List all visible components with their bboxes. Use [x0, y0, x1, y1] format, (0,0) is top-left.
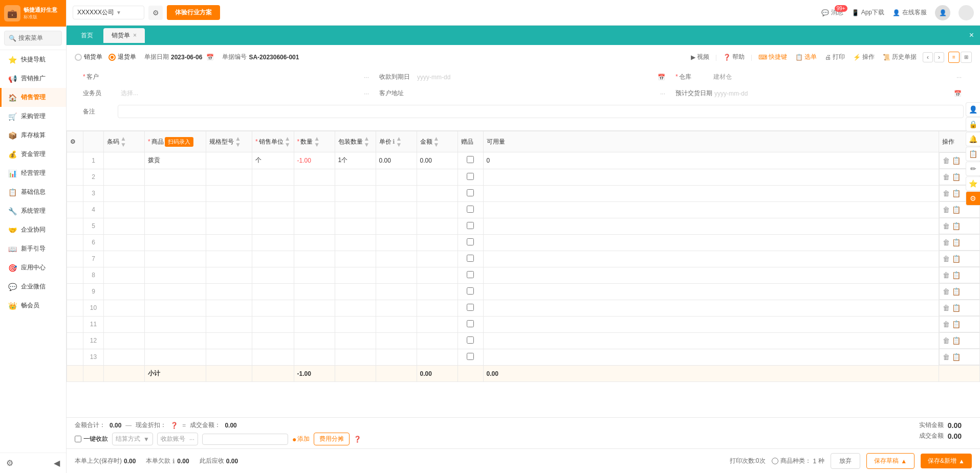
add-payment-button[interactable]: ● 添加	[292, 435, 310, 443]
gift-checkbox-7[interactable]	[467, 255, 474, 262]
payment-due-calendar-icon[interactable]: 📅	[658, 74, 665, 81]
expected-date-input[interactable]: yyyy-mm-dd 📅	[712, 89, 964, 98]
payment-due-input[interactable]: yyyy-mm-dd 📅	[415, 73, 667, 82]
debt-info-icon[interactable]: ℹ	[172, 458, 175, 465]
date-calendar-icon[interactable]: 📅	[206, 54, 214, 61]
copy-row-icon-4[interactable]: 📋	[952, 206, 961, 214]
history-button[interactable]: 📜 历史单据	[881, 51, 919, 63]
salesperson-dots-icon[interactable]: ···	[364, 90, 369, 97]
app-download-button[interactable]: 📱 App下载	[852, 8, 884, 17]
gift-checkbox-1[interactable]	[467, 156, 474, 163]
delete-row-icon-12[interactable]: 🗑	[943, 336, 950, 345]
copy-row-icon-12[interactable]: 📋	[952, 336, 961, 345]
gift-checkbox-9[interactable]	[467, 287, 474, 295]
user-avatar[interactable]: 👤	[935, 5, 950, 20]
float-btn-lock[interactable]: 🔒	[966, 117, 980, 131]
customer-input[interactable]: ···	[119, 73, 371, 82]
operate-button[interactable]: ⚡ 操作	[851, 51, 877, 63]
copy-row-icon-7[interactable]: 📋	[952, 255, 961, 263]
gift-checkbox-13[interactable]	[467, 353, 474, 360]
sidebar-item-sales[interactable]: 🏠 销售管理	[0, 88, 66, 107]
float-btn-user[interactable]: 👤	[966, 102, 980, 117]
gift-checkbox-3[interactable]	[467, 189, 474, 196]
sidebar-item-quick-nav[interactable]: ⭐ 快捷导航	[0, 50, 66, 69]
account-select[interactable]: 收款账号 ···	[157, 433, 198, 445]
amount-input[interactable]	[202, 434, 288, 445]
settings-gear-icon[interactable]: ⚙	[6, 458, 13, 468]
one-click-pay-check[interactable]	[75, 436, 81, 442]
copy-row-icon-5[interactable]: 📋	[952, 222, 961, 230]
list-view-button[interactable]: ≡	[948, 52, 960, 63]
company-selector[interactable]: XXXXXX公司 ▼	[73, 6, 144, 19]
sidebar-item-wechat[interactable]: 💬 企业微信	[0, 277, 66, 296]
copy-row-icon-13[interactable]: 📋	[952, 353, 961, 361]
calc-method-select[interactable]: 结算方式 ▼	[112, 433, 153, 445]
remark-input[interactable]	[118, 105, 964, 118]
delete-row-icon-8[interactable]: 🗑	[943, 271, 950, 279]
tab-close-icon[interactable]: ×	[133, 32, 137, 39]
warehouse-input[interactable]: 建材仓 ···	[711, 72, 964, 82]
scan-button[interactable]: 扫码录入	[165, 137, 193, 147]
tab-sales-order[interactable]: 销货单 ×	[103, 28, 145, 43]
warehouse-dots-icon[interactable]: ···	[956, 74, 962, 81]
collapse-arrow-icon[interactable]: ◀	[54, 458, 60, 468]
price-info-icon[interactable]: ℹ	[393, 138, 395, 145]
copy-row-icon-10[interactable]: 📋	[952, 304, 961, 312]
copy-row-icon-8[interactable]: 📋	[952, 271, 961, 279]
sidebar-item-guide[interactable]: 📖 新手引导	[0, 239, 66, 258]
video-help-button[interactable]: ▶ 视频	[689, 51, 711, 63]
save-new-button[interactable]: 保存&新增 ▲	[921, 454, 972, 468]
sidebar-item-basic-info[interactable]: 📋 基础信息	[0, 183, 66, 201]
float-btn-settings[interactable]: ⚙	[966, 191, 980, 206]
product-type-radio[interactable]	[772, 458, 778, 464]
sidebar-item-business[interactable]: 📊 经营管理	[0, 164, 66, 183]
tab-home[interactable]: 首页	[73, 28, 101, 43]
copy-row-icon-2[interactable]: 📋	[952, 173, 961, 181]
float-btn-bell[interactable]: 🔔	[966, 132, 980, 146]
next-record-button[interactable]: ›	[934, 52, 944, 62]
settings-col-icon[interactable]: ⚙	[70, 138, 76, 145]
shortcut-button[interactable]: ⌨ 快捷键	[756, 51, 789, 63]
copy-row-icon-9[interactable]: 📋	[952, 287, 961, 296]
sidebar-item-purchase[interactable]: 🛒 采购管理	[0, 107, 66, 126]
delete-row-icon-13[interactable]: 🗑	[943, 353, 950, 361]
sidebar-item-member[interactable]: 👑 畅会员	[0, 296, 66, 315]
sidebar-item-marketing[interactable]: 📢 营销推广	[0, 69, 66, 88]
gift-checkbox-2[interactable]	[467, 173, 474, 180]
copy-row-icon-3[interactable]: 📋	[952, 189, 961, 197]
save-new-dropdown-icon[interactable]: ▲	[959, 458, 965, 465]
discount-info-icon[interactable]: ❓	[170, 422, 178, 429]
gift-checkbox-6[interactable]	[467, 238, 474, 245]
sidebar-item-collab[interactable]: 🤝 企业协同	[0, 220, 66, 239]
float-btn-star[interactable]: ⭐	[966, 176, 980, 191]
delete-row-icon-9[interactable]: 🗑	[943, 287, 950, 296]
gift-checkbox-4[interactable]	[467, 206, 474, 213]
delete-row-icon-4[interactable]: 🗑	[943, 206, 950, 214]
copy-row-icon-1[interactable]: 📋	[952, 156, 961, 165]
radio-return-order[interactable]: 退货单	[108, 53, 136, 61]
delete-row-icon-7[interactable]: 🗑	[943, 255, 950, 263]
copy-row-icon-11[interactable]: 📋	[952, 320, 961, 328]
delete-row-icon-2[interactable]: 🗑	[943, 173, 950, 181]
fee-split-button[interactable]: 费用分摊	[314, 433, 350, 445]
message-button[interactable]: 💬 消息 99+	[821, 8, 843, 17]
product-type-filter[interactable]	[772, 458, 778, 464]
float-btn-clipboard[interactable]: 📋	[966, 147, 980, 161]
select-order-button[interactable]: 📋 选单	[793, 51, 819, 63]
radio-sale-order[interactable]: 销货单	[75, 53, 102, 61]
customer-addr-input[interactable]: ···	[415, 89, 667, 98]
gift-checkbox-11[interactable]	[467, 320, 474, 327]
online-service-button[interactable]: 👤 在线客服	[892, 8, 927, 17]
delete-row-icon-6[interactable]: 🗑	[943, 238, 950, 246]
gift-checkbox-8[interactable]	[467, 271, 474, 278]
delete-row-icon-11[interactable]: 🗑	[943, 320, 950, 328]
print-button[interactable]: 🖨 打印	[823, 51, 847, 63]
account-dots-icon[interactable]: ···	[189, 436, 194, 443]
sidebar-item-inventory[interactable]: 📦 库存核算	[0, 126, 66, 145]
expected-date-calendar-icon[interactable]: 📅	[954, 90, 962, 97]
customer-addr-dots-icon[interactable]: ···	[660, 90, 665, 97]
delete-row-icon-5[interactable]: 🗑	[943, 222, 950, 230]
copy-row-icon-6[interactable]: 📋	[952, 238, 961, 246]
delete-row-icon-3[interactable]: 🗑	[943, 189, 950, 197]
close-all-tabs-icon[interactable]: ×	[969, 31, 974, 40]
